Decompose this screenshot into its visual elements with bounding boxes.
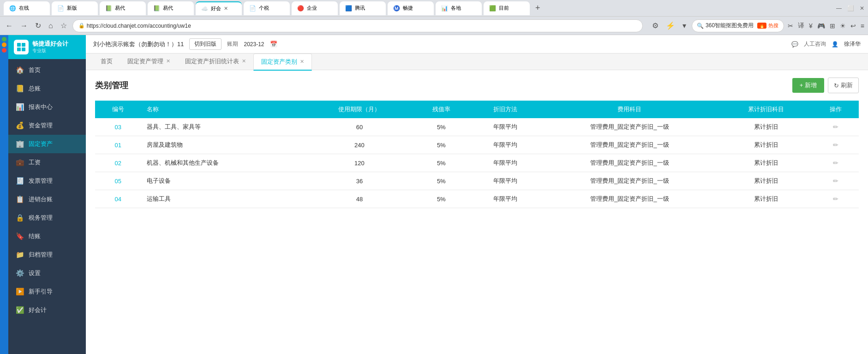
- browser-tab-0[interactable]: 🌐 在线: [4, 1, 50, 15]
- translate-icon[interactable]: 译: [798, 22, 804, 30]
- row3-name: 电子设备: [141, 172, 307, 190]
- sidebar-item-purchases[interactable]: 📋 进销台账: [8, 190, 86, 209]
- forward-button[interactable]: →: [18, 20, 30, 32]
- browser-tab-2[interactable]: 📗 易代: [100, 1, 146, 15]
- sidebar-item-archive[interactable]: 📁 归档管理: [8, 246, 86, 264]
- settings-icon: ⚙️: [16, 269, 24, 277]
- add-button[interactable]: + 新增: [792, 78, 824, 93]
- row0-name: 器具、工具、家具等: [141, 118, 307, 136]
- refresh-icon: ↻: [834, 82, 839, 89]
- page-tab-asset-category-label: 固定资产类别: [261, 58, 297, 66]
- page-tab-depreciation-table-label: 固定资产折旧统计表: [185, 57, 239, 66]
- window-minimize-icon[interactable]: —: [836, 5, 842, 12]
- sidebar-item-guide[interactable]: ▶️ 新手引导: [8, 282, 86, 301]
- row0-code[interactable]: 03: [95, 118, 141, 136]
- edit-icon-row3[interactable]: ✏: [833, 177, 838, 185]
- row1-code[interactable]: 01: [95, 136, 141, 154]
- window-controls: — ⬜ ✕: [836, 5, 864, 12]
- col-months: 使用期限（月）: [306, 101, 412, 118]
- refresh-label: 刷新: [841, 81, 853, 90]
- sidebar-label-goodaccounting: 好会计: [29, 306, 47, 314]
- svg-rect-3: [22, 48, 25, 51]
- goodaccounting-icon: ✅: [16, 306, 24, 314]
- sidebar-item-fixed-assets[interactable]: 🏢 固定资产: [8, 135, 86, 153]
- app-layout: 畅捷通好会计 专业版 🏠 首页 📒 总账 📊 报表中心 💰 资金管理 �: [0, 35, 868, 354]
- invoices-icon: 🧾: [16, 177, 24, 185]
- edit-icon-row4[interactable]: ✏: [833, 195, 838, 203]
- sidebar-label-purchases: 进销台账: [29, 195, 53, 204]
- browser-tab-9[interactable]: 📊 各地: [436, 1, 482, 15]
- brightness-icon[interactable]: ☀: [840, 22, 846, 30]
- currency-icon[interactable]: ¥: [809, 22, 813, 30]
- sidebar-item-goodaccounting[interactable]: ✅ 好会计: [8, 301, 86, 319]
- game-icon[interactable]: 🎮: [817, 22, 825, 30]
- edit-icon-row2[interactable]: ✏: [833, 159, 838, 167]
- sidebar-header: 畅捷通好会计 专业版: [8, 35, 86, 59]
- browser-tab-7[interactable]: 🟦 腾讯: [340, 1, 386, 15]
- window-close-icon[interactable]: ✕: [860, 5, 864, 12]
- sidebar-item-reports[interactable]: 📊 报表中心: [8, 98, 86, 116]
- row2-months: 120: [306, 154, 412, 172]
- sidebar-item-ledger[interactable]: 📒 总账: [8, 79, 86, 98]
- page-tabs: 首页 固定资产管理 ✕ 固定资产折旧统计表 ✕ 固定资产类别 ✕: [86, 54, 868, 70]
- row2-residual: 5%: [413, 154, 471, 172]
- scissors-icon[interactable]: ✂: [788, 22, 793, 30]
- edit-icon-row1[interactable]: ✏: [833, 141, 838, 149]
- page-tab-depreciation-table-close[interactable]: ✕: [242, 58, 246, 64]
- sidebar-item-funds[interactable]: 💰 资金管理: [8, 116, 86, 135]
- edit-icon-row0[interactable]: ✏: [833, 123, 838, 131]
- back-button[interactable]: ←: [4, 20, 15, 32]
- row4-code[interactable]: 04: [95, 190, 141, 208]
- bookmark-button[interactable]: ☆: [59, 19, 69, 32]
- calendar-icon[interactable]: 📅: [270, 41, 277, 48]
- refresh-button[interactable]: ↻ 刷新: [828, 78, 859, 93]
- row2-accum: 累计折旧: [719, 154, 813, 172]
- row3-code[interactable]: 05: [95, 172, 141, 190]
- lightning-button[interactable]: ⚡: [664, 19, 677, 32]
- page-tab-asset-category-close[interactable]: ✕: [300, 59, 304, 65]
- switch-to-old-button[interactable]: 切到旧版: [189, 38, 221, 50]
- sidebar-item-payroll[interactable]: 💼 工资: [8, 153, 86, 172]
- address-bar-row: ← → ↻ ⌂ ☆ 🔒 https://cloud.chanjet.com/ac…: [0, 17, 868, 35]
- reload-button[interactable]: ↻: [33, 19, 43, 32]
- extensions-button[interactable]: ⚙: [650, 19, 660, 32]
- table-row: 05 电子设备 36 5% 年限平均 管理费用_固定资产折旧_一级 累计折旧 ✏: [95, 172, 859, 190]
- new-tab-button[interactable]: +: [533, 1, 542, 15]
- browser-tab-3[interactable]: 📗 易代: [148, 1, 194, 15]
- dropdown-button[interactable]: ▾: [681, 19, 688, 32]
- browser-tabs-bar: 🌐 在线 📄 新版 📗 易代 📗 易代 ☁️ 好会 ✕ 📄 个税 🔴 企业 🟦 …: [0, 0, 868, 17]
- browser-tab-1[interactable]: 📄 新版: [52, 1, 98, 15]
- page-tab-home[interactable]: 首页: [93, 54, 120, 70]
- browser-tab-5[interactable]: 📄 个税: [244, 1, 290, 15]
- window-restore-icon[interactable]: ⬜: [847, 5, 854, 12]
- browser-tab-4[interactable]: ☁️ 好会 ✕: [196, 1, 242, 15]
- page-tab-fixed-assets-mgmt[interactable]: 固定资产管理 ✕: [120, 54, 178, 70]
- address-input[interactable]: 🔒 https://cloud.chanjet.com/accounting/u…: [72, 19, 643, 32]
- col-code: 编号: [95, 101, 141, 118]
- search-box[interactable]: 🔍 360智能抠图免费用 🔥 热搜: [692, 19, 784, 32]
- sidebar-item-invoices[interactable]: 🧾 发票管理: [8, 172, 86, 190]
- page-tab-fixed-assets-mgmt-close[interactable]: ✕: [166, 58, 170, 64]
- help-label[interactable]: 人工咨询: [804, 40, 826, 48]
- menu-icon[interactable]: ≡: [861, 22, 864, 30]
- browser-tab-6[interactable]: 🔴 企业: [292, 1, 338, 15]
- page-tab-asset-category[interactable]: 固定资产类别 ✕: [253, 54, 312, 71]
- page-tab-fixed-assets-mgmt-label: 固定资产管理: [127, 57, 163, 66]
- row1-name: 房屋及建筑物: [141, 136, 307, 154]
- sidebar-item-home[interactable]: 🏠 首页: [8, 61, 86, 79]
- undo-icon[interactable]: ↩: [850, 22, 856, 30]
- sidebar-item-settings[interactable]: ⚙️ 设置: [8, 264, 86, 282]
- browser-tab-10[interactable]: 🟩 目前: [484, 1, 530, 15]
- tab-close-icon[interactable]: ✕: [224, 6, 228, 12]
- accent-dot-green: [2, 37, 6, 42]
- home-button[interactable]: ⌂: [47, 20, 55, 32]
- sidebar-item-checkout[interactable]: 🔖 结账: [8, 227, 86, 246]
- browser-tab-8[interactable]: Ⓜ️ 畅捷: [388, 1, 434, 15]
- browser-toolbar-icons: ✂ 译 ¥ 🎮 ⊞ ☀ ↩ ≡: [788, 22, 864, 30]
- page-tab-depreciation-table[interactable]: 固定资产折旧统计表 ✕: [178, 54, 253, 70]
- row4-residual: 5%: [413, 190, 471, 208]
- col-actions: 操作: [813, 101, 859, 118]
- sidebar-item-tax[interactable]: 🔒 税务管理: [8, 209, 86, 227]
- grid-icon[interactable]: ⊞: [830, 22, 835, 30]
- row2-code[interactable]: 02: [95, 154, 141, 172]
